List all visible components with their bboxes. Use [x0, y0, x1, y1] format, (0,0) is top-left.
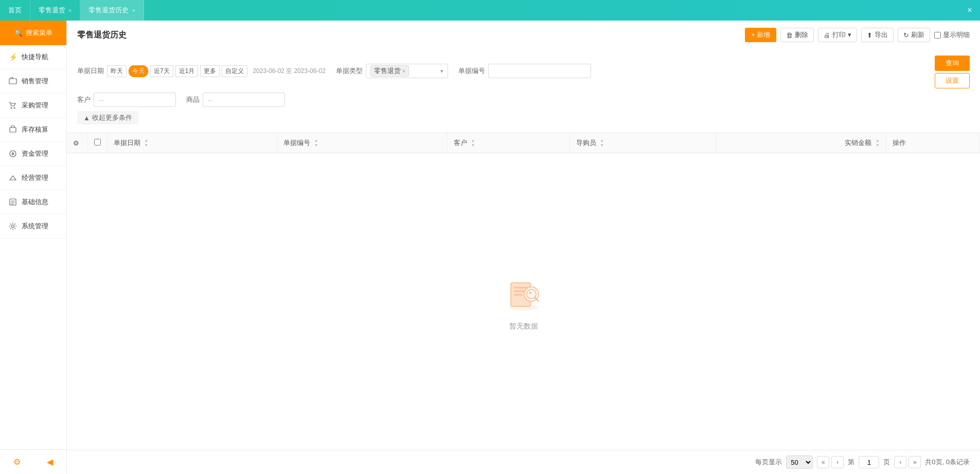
export-button[interactable]: ⬆ 导出 — [861, 28, 894, 42]
collapse-icon: ▲ — [83, 114, 90, 122]
tab-retail-return-close[interactable]: × — [68, 7, 72, 13]
date-today[interactable]: 今天 — [129, 65, 148, 77]
page-suffix: 页 — [883, 458, 890, 467]
date-7days[interactable]: 近7天 — [150, 65, 173, 77]
sidebar-collapse-button[interactable]: ◀ — [47, 457, 53, 467]
th-date[interactable]: 单据日期 ▲ ▼ — [107, 133, 277, 153]
window-close-button[interactable]: × — [959, 0, 980, 21]
customer-filter: 客户 ··· — [77, 93, 176, 107]
goods-filter: 商品 ··· — [186, 93, 285, 107]
page-next-button[interactable]: › — [894, 456, 906, 468]
delete-button[interactable]: 🗑 🗑 删除 删除 — [780, 28, 814, 42]
top-bar: 首页 零售退货 × 零售退货历史 × × — [0, 0, 980, 21]
svg-point-6 — [12, 225, 14, 228]
sort-arrows-amount: ▲ ▼ — [876, 139, 880, 148]
date-filter-label: 单据日期 — [77, 66, 104, 76]
content-area: 零售退货历史 + 新增 🗑 🗑 删除 删除 🖨 打印 ▾ ⬆ 导出 — [67, 21, 980, 474]
select-all-checkbox[interactable] — [94, 139, 101, 145]
type-filter: 单据类型 零售退货 × ▾ — [336, 64, 448, 78]
goods-placeholder: ··· — [207, 96, 213, 104]
page-header: 零售退货历史 + 新增 🗑 🗑 删除 删除 🖨 打印 ▾ ⬆ 导出 — [67, 21, 980, 133]
sidebar-item-finance[interactable]: 资金管理 — [0, 142, 66, 166]
sort-arrows-code: ▲ ▼ — [314, 139, 318, 148]
sidebar-item-inventory[interactable]: 库存核算 — [0, 118, 66, 142]
main-layout: 🔍 搜索菜单 ⚡ 快捷导航 销售管理 采购管理 — [0, 21, 980, 474]
customer-placeholder: ··· — [98, 96, 104, 104]
th-guide[interactable]: 导购员 ▲ ▼ — [569, 133, 716, 153]
page-number-input[interactable] — [859, 456, 879, 468]
collapse-label: 收起更多条件 — [92, 113, 132, 122]
date-more[interactable]: 更多 — [200, 65, 220, 77]
sidebar-item-label: 基础信息 — [22, 197, 48, 207]
show-detail-input[interactable] — [934, 32, 941, 39]
sidebar-item-sales[interactable]: 销售管理 — [0, 69, 66, 94]
sidebar-search[interactable]: 🔍 搜索菜单 — [0, 21, 66, 45]
th-amount[interactable]: 实销金额 ▲ ▼ — [716, 133, 886, 153]
tab-retail-return-label: 零售退货 — [39, 6, 65, 15]
table-header-row: ⚙ 单据日期 ▲ ▼ 单据编号 — [67, 133, 980, 153]
sidebar-item-label: 采购管理 — [22, 101, 48, 110]
th-checkbox — [87, 133, 107, 153]
data-table: ⚙ 单据日期 ▲ ▼ 单据编号 — [67, 133, 980, 153]
sort-arrows-customer: ▲ ▼ — [471, 139, 475, 148]
code-filter: 单据编号 — [458, 64, 591, 78]
quick-nav-icon: ⚡ — [8, 52, 17, 62]
total-info: 共0页, 0条记录 — [925, 458, 970, 467]
sidebar-item-purchase[interactable]: 采购管理 — [0, 94, 66, 118]
empty-state: 暂无数据 — [67, 153, 980, 450]
search-icon: 🔍 — [14, 29, 23, 37]
sidebar-item-label: 销售管理 — [22, 77, 48, 86]
print-icon: 🖨 — [824, 31, 830, 39]
sidebar-item-label: 库存核算 — [22, 125, 48, 134]
toolbar-actions: + 新增 🗑 🗑 删除 删除 🖨 打印 ▾ ⬆ 导出 — [745, 28, 970, 42]
page-last-button[interactable]: » — [908, 456, 921, 468]
sidebar: 🔍 搜索菜单 ⚡ 快捷导航 销售管理 采购管理 — [0, 21, 67, 474]
type-tag-label: 零售退货 — [374, 66, 401, 76]
sidebar-item-basic-info[interactable]: 基础信息 — [0, 190, 66, 214]
refresh-button[interactable]: ↻ 刷新 — [898, 28, 930, 42]
show-detail-checkbox[interactable]: 显示明细 — [934, 30, 970, 40]
new-button[interactable]: + 新增 — [745, 28, 776, 42]
empty-text: 暂无数据 — [509, 322, 538, 331]
type-tag-close[interactable]: × — [402, 68, 405, 74]
svg-rect-10 — [513, 290, 525, 292]
tab-retail-return-history-label: 零售退货历史 — [88, 6, 129, 15]
sidebar-item-system[interactable]: 系统管理 — [0, 214, 66, 239]
tab-retail-return-history-close[interactable]: × — [132, 7, 135, 13]
sidebar-menu: ⚡ 快捷导航 销售管理 采购管理 库存核算 — [0, 45, 66, 449]
tab-retail-return-history[interactable]: 零售退货历史 × — [80, 0, 144, 21]
collapse-filter-button[interactable]: ▲ 收起更多条件 — [77, 111, 138, 124]
show-detail-label: 显示明细 — [943, 30, 970, 40]
basic-info-icon — [8, 197, 17, 207]
th-settings[interactable]: ⚙ — [67, 133, 87, 153]
goods-filter-input[interactable]: ··· — [203, 93, 285, 107]
per-page-select[interactable]: 50 20 100 — [786, 455, 813, 469]
sort-arrows-guide: ▲ ▼ — [600, 139, 604, 148]
customer-filter-input[interactable]: ··· — [94, 93, 176, 107]
date-yesterday[interactable]: 昨天 — [107, 65, 127, 77]
date-custom[interactable]: 自定义 — [222, 65, 247, 77]
sidebar-item-quick-nav[interactable]: ⚡ 快捷导航 — [0, 45, 66, 69]
tab-retail-return[interactable]: 零售退货 × — [30, 0, 80, 21]
page-prev-button[interactable]: ‹ — [831, 456, 844, 468]
print-button[interactable]: 🖨 打印 ▾ — [818, 28, 857, 42]
page-first-button[interactable]: « — [817, 456, 829, 468]
tab-list: 首页 零售退货 × 零售退货历史 × — [0, 0, 959, 21]
empty-icon — [503, 272, 544, 314]
sidebar-settings-button[interactable]: ⚙ — [13, 457, 21, 467]
inventory-icon — [8, 125, 17, 134]
svg-point-2 — [14, 107, 15, 108]
sort-arrows-date: ▲ ▼ — [144, 139, 148, 148]
code-filter-input[interactable] — [488, 64, 591, 78]
th-customer[interactable]: 客户 ▲ ▼ — [447, 133, 569, 153]
sidebar-item-operations[interactable]: 经营管理 — [0, 166, 66, 190]
filter-settings-button[interactable]: 设置 — [935, 73, 970, 88]
th-code[interactable]: 单据编号 ▲ ▼ — [277, 133, 448, 153]
tab-home[interactable]: 首页 — [0, 0, 30, 21]
sidebar-item-label: 资金管理 — [22, 149, 48, 158]
query-button[interactable]: 查询 — [935, 56, 970, 71]
date-1month[interactable]: 近1月 — [175, 65, 199, 77]
table-footer: 每页显示 50 20 100 « ‹ 第 页 › » 共0页, 0条记录 — [67, 450, 980, 474]
sidebar-item-label: 经营管理 — [22, 173, 48, 183]
type-filter-select[interactable]: 零售退货 × ▾ — [366, 64, 448, 78]
